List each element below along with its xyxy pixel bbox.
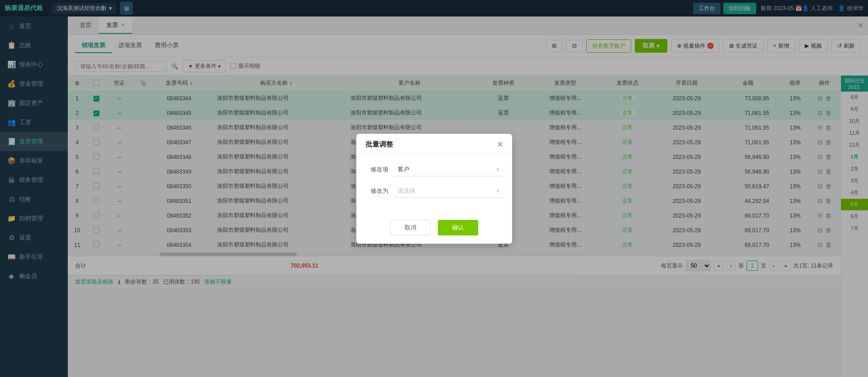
modal-overlay: 批量调整 ✕ 修改项 客户 ∨ 修改为 请选择 ∨ [0, 0, 868, 377]
modify-field-row: 修改项 客户 ∨ [366, 163, 503, 176]
modal-header: 批量调整 ✕ [356, 134, 512, 154]
modify-to-select[interactable]: 请选择 ∨ [394, 185, 503, 198]
modify-field-label: 修改项 [366, 165, 388, 174]
modify-to-placeholder: 请选择 [398, 187, 415, 195]
modify-field-value[interactable]: 客户 ∨ [394, 163, 503, 176]
modal-confirm-btn[interactable]: 确认 [438, 220, 478, 235]
modal-body: 修改项 客户 ∨ 修改为 请选择 ∨ [356, 154, 512, 215]
modify-field-select[interactable]: 客户 ∨ [394, 163, 503, 176]
to-dropdown-icon: ∨ [496, 188, 499, 193]
modal-close-btn[interactable]: ✕ [497, 140, 503, 149]
field-dropdown-icon: ∨ [496, 167, 499, 172]
modal-cancel-btn[interactable]: 取消 [390, 220, 431, 235]
modify-to-label: 修改为 [366, 187, 388, 195]
modify-to-row: 修改为 请选择 ∨ [366, 185, 503, 198]
modal-footer: 取消 确认 [356, 215, 512, 244]
modify-to-value[interactable]: 请选择 ∨ [394, 185, 503, 197]
modal-title: 批量调整 [366, 140, 393, 149]
batch-adjust-modal: 批量调整 ✕ 修改项 客户 ∨ 修改为 请选择 ∨ [356, 134, 512, 244]
